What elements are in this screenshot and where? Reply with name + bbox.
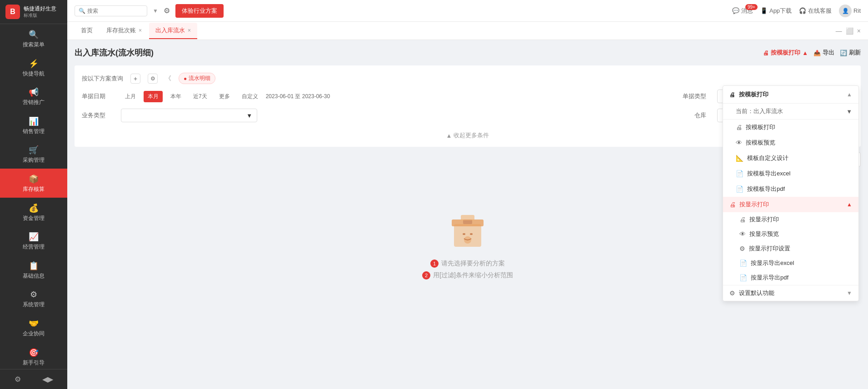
sidebar-item-system[interactable]: ⚙ 系统管理: [0, 284, 67, 313]
print-template-trigger[interactable]: 🖨 按模板打印 ▲: [763, 49, 808, 57]
filter-collapse-left-btn[interactable]: 《: [165, 75, 171, 83]
date-recent7[interactable]: 近7天: [189, 91, 211, 102]
dropdown-header[interactable]: 🖨 按模板打印 ▲: [723, 86, 858, 104]
sidebar-item-finance[interactable]: 💰 资金管理: [0, 198, 67, 227]
search-input[interactable]: [87, 8, 133, 14]
topbar-search-box[interactable]: 🔍: [75, 5, 147, 16]
template-preview-icon: 👁: [736, 139, 742, 146]
sidebar-item-cooperation[interactable]: 🤝 企业协同: [0, 313, 67, 342]
tab-home[interactable]: 首页: [75, 23, 99, 39]
dropdown-item-template-custom[interactable]: 📐 模板自定义设计: [723, 150, 858, 166]
page-title-actions: 🖨 按模板打印 ▲ 📤 导出 🔄 刷新: [763, 49, 861, 57]
tab-close-flow[interactable]: ×: [188, 27, 191, 34]
tab-flow[interactable]: 出入库流水 ×: [149, 23, 197, 39]
dropdown-sub-item-display-print[interactable]: 🖨 按显示打印: [723, 212, 858, 227]
inventory-icon: 📦: [29, 174, 39, 184]
page-title: 出入库流水(流水明细): [75, 47, 154, 58]
display-pdf-icon: 📄: [739, 274, 747, 281]
print-arrow-icon: ▲: [802, 50, 808, 56]
section-print-icon: 🖨 按显示打印: [729, 200, 769, 209]
sidebar-item-purchase[interactable]: 🛒 采购管理: [0, 140, 67, 169]
export-icon: 📤: [813, 50, 821, 56]
business-type-select[interactable]: ▼: [121, 109, 257, 122]
filter-add-btn[interactable]: +: [130, 74, 140, 84]
refresh-btn[interactable]: 🔄 刷新: [840, 49, 861, 57]
sidebar-item-operations[interactable]: 📈 经营管理: [0, 226, 67, 255]
sidebar-item-sales[interactable]: 📊 销售管理: [0, 111, 67, 140]
dropdown-item-template-print[interactable]: 🖨 按模板打印: [723, 120, 858, 135]
dropdown-item-template-pdf[interactable]: 📄 按模板导出pdf: [723, 181, 858, 197]
dropdown-item-template-preview[interactable]: 👁 按模板预览: [723, 135, 858, 150]
operations-icon: 📈: [29, 232, 39, 242]
filter-label: 按以下方案查询: [82, 75, 123, 83]
tab-maximize-icon[interactable]: ⬜: [846, 27, 853, 35]
sidebar-item-basic-info[interactable]: 📋 基础信息: [0, 255, 67, 284]
template-excel-icon: 📄: [736, 170, 743, 177]
collapse-icon[interactable]: ◀▶: [42, 375, 53, 384]
industry-btn[interactable]: 体验行业方案: [175, 4, 224, 18]
tab-close-batch[interactable]: ×: [139, 27, 142, 34]
user-avatar-btn[interactable]: 👤 Rit: [839, 5, 861, 17]
system-icon: ⚙: [30, 289, 37, 299]
sidebar-item-search[interactable]: 🔍 搜索菜单: [0, 24, 67, 53]
quick-nav-icon: ⚡: [29, 59, 39, 69]
dropdown-sub-item-display-excel[interactable]: 📄 按显示导出excel: [723, 256, 858, 270]
filter-tag-flow[interactable]: ● 流水明细: [179, 73, 215, 84]
print-icon: 🖨: [763, 50, 769, 56]
footer-chevron-icon: ▼: [847, 290, 852, 296]
export-btn[interactable]: 📤 导出: [813, 49, 834, 57]
dropdown-item-template-excel[interactable]: 📄 按模板导出excel: [723, 166, 858, 181]
guide-icon: 🎯: [29, 348, 39, 358]
tab-close-all-icon[interactable]: ×: [857, 27, 861, 35]
date-filter: 上月 本月 本年 近7天 更多 自定义 2023-06-01 至 2023-06…: [121, 91, 330, 102]
tab-minimize-icon[interactable]: —: [836, 27, 842, 35]
download-icon: 📱: [760, 7, 768, 14]
sidebar-item-quick-nav[interactable]: ⚡ 快捷导航: [0, 53, 67, 82]
display-preview-icon: 👁: [739, 230, 746, 238]
sidebar-logo: B 畅捷通好生意 标准版: [0, 0, 67, 24]
template-custom-icon: 📐: [736, 155, 743, 162]
finance-icon: 💰: [29, 203, 39, 213]
message-btn[interactable]: 💬 消息 99+: [732, 7, 753, 15]
date-prev-month[interactable]: 上月: [121, 91, 140, 102]
date-custom[interactable]: 自定义: [238, 91, 262, 102]
service-icon: 🎧: [799, 7, 806, 14]
main-area: 🔍 ▼ ⚙ 体验行业方案 💬 消息 99+ 📱 App下载 🎧 在: [67, 0, 868, 389]
app-download-btn[interactable]: 📱 App下载: [760, 7, 792, 15]
tabs-controls: — ⬜ ×: [836, 27, 861, 35]
dropdown-section-display: 🖨 按显示打印 ▲: [723, 197, 858, 212]
sidebar: B 畅捷通好生意 标准版 🔍 搜索菜单 ⚡ 快捷导航 📢 营销推广 📊: [0, 0, 67, 389]
dropdown-footer[interactable]: ⚙ 设置默认功能 ▼: [723, 285, 858, 301]
sidebar-item-guide[interactable]: 🎯 新手引导: [0, 342, 67, 369]
settings-bottom-icon[interactable]: ⚙: [15, 375, 21, 384]
svg-point-6: [470, 233, 473, 235]
filter-settings-btn[interactable]: ⚙: [148, 74, 158, 84]
topbar-gear-icon[interactable]: ⚙: [164, 6, 170, 15]
svg-point-5: [463, 233, 465, 235]
message-badge: 99+: [745, 4, 758, 10]
dropdown-current[interactable]: 当前：出入库流水 ▼: [723, 104, 858, 120]
dropdown-sub-item-display-preview[interactable]: 👁 按显示预览: [723, 227, 858, 241]
dropdown-sub-item-display-pdf[interactable]: 📄 按显示导出pdf: [723, 270, 858, 285]
sidebar-item-inventory[interactable]: 📦 库存核算: [0, 169, 67, 198]
search-icon: 🔍: [79, 8, 85, 14]
basic-info-icon: 📋: [29, 261, 39, 271]
tab-batch-account[interactable]: 库存批次账 ×: [100, 23, 148, 39]
date-more[interactable]: 更多: [215, 91, 234, 102]
dropdown-header-arrow: ▲: [847, 91, 852, 98]
display-print-icon: 🖨: [739, 216, 746, 223]
date-this-year[interactable]: 本年: [166, 91, 185, 102]
dropdown-header-label: 🖨 按模板打印: [729, 90, 768, 99]
search-icon: 🔍: [29, 30, 39, 40]
online-service-btn[interactable]: 🎧 在线客服: [799, 7, 832, 15]
sidebar-item-marketing[interactable]: 📢 营销推广: [0, 82, 67, 111]
display-print-header-icon: 🖨: [729, 201, 736, 208]
date-label: 单据日期: [82, 92, 114, 100]
sales-icon: 📊: [29, 116, 39, 126]
date-this-month[interactable]: 本月: [144, 91, 163, 102]
dropdown-section-header[interactable]: 🖨 按显示打印 ▲: [723, 197, 858, 212]
template-print-icon: 🖨: [736, 124, 742, 131]
search-chevron-icon[interactable]: ▼: [153, 8, 158, 14]
empty-state-icon: [440, 201, 495, 256]
dropdown-sub-item-display-settings[interactable]: ⚙ 按显示打印设置: [723, 241, 858, 256]
